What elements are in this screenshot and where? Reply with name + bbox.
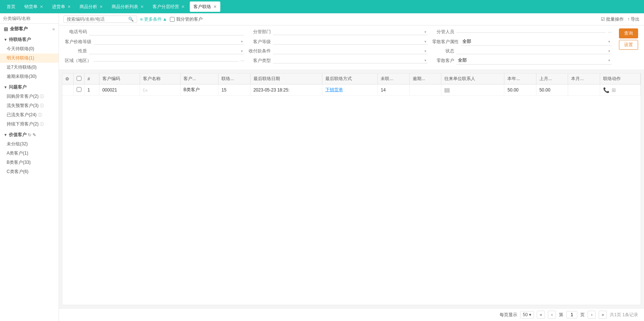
col-overdue[interactable]: 逾期... [409, 73, 441, 84]
customer-grade-select[interactable]: ▾ [273, 39, 428, 45]
last-method-link[interactable]: 下销货单 [325, 87, 343, 92]
dept-label: 分管部门 [249, 29, 271, 35]
sidebar-group-problem-title[interactable]: ▼ 问题客户 [0, 83, 59, 92]
checkbox-icon: ☑ [601, 17, 605, 22]
call-icon[interactable]: 📞 [603, 87, 609, 93]
close-customer-segment-icon[interactable]: ✕ [181, 4, 185, 9]
sidebar-item-b-class[interactable]: B类客户(33) [0, 158, 59, 167]
row-name[interactable]: Ea [140, 84, 180, 96]
sidebar-group-value: ▼ 价值客户 ↻ ✎ 未分组(32) A类客户(1) B类客户(33) C类客户… [0, 130, 59, 177]
nature-select[interactable]: ▾ [89, 48, 244, 54]
customer-type-select[interactable]: ▾ [273, 58, 428, 63]
col-last-date[interactable]: 最后联络日期 [250, 73, 322, 84]
status-select[interactable]: ▾ [456, 48, 612, 54]
phone-input[interactable] [89, 28, 244, 35]
nav-product-analysis-list[interactable]: 商品分析列表 ✕ [108, 1, 147, 12]
sidebar-item-churn-warning[interactable]: 流失预警客户(3) ⓘ [0, 101, 59, 110]
dept-select[interactable]: ▾ [273, 29, 428, 35]
last-page-btn[interactable]: » [599, 311, 607, 319]
col-name[interactable]: 客户名称 [140, 73, 180, 84]
search-input[interactable] [67, 17, 128, 22]
page-size-select[interactable]: 50 ▾ [520, 311, 534, 318]
retail-attr-select[interactable]: 全部 ▾ [461, 38, 612, 46]
filter-bar: 🔍 ≡ 更多条件 ▲ 我分管的客户 ☑ 批量操作 ↑ 导出 [59, 13, 644, 25]
masked-unit-contact: ██ [444, 88, 449, 92]
col-code[interactable]: 客户编码 [99, 73, 140, 84]
collapse-sidebar-icon[interactable]: « [52, 27, 55, 32]
close-customer-contact-icon[interactable]: ✕ [213, 4, 217, 9]
person-dots-icon[interactable]: ··· [608, 30, 612, 35]
export-btn[interactable]: ↑ 导出 [627, 16, 640, 23]
sidebar-item-tomorrow[interactable]: 明天待联络(1) [0, 54, 59, 63]
close-purchase-icon[interactable]: ✕ [67, 4, 71, 9]
col-type[interactable]: 客户... [180, 73, 218, 84]
settings-button[interactable]: 设置 [619, 40, 638, 50]
sidebar-item-ungrouped[interactable]: 未分组(32) [0, 139, 59, 149]
nav-purchase[interactable]: 进货单 ✕ [48, 1, 74, 12]
next-page-btn[interactable]: › [588, 311, 596, 319]
nav-customer-contact[interactable]: 客户联络 ✕ [190, 1, 220, 12]
payment-select[interactable]: ▾ [273, 48, 428, 54]
page-unit: 页 [580, 312, 585, 318]
sidebar-group-pending-title[interactable]: ▼ 待联络客户 [0, 35, 59, 44]
nav-sales[interactable]: 销货单 ✕ [21, 1, 47, 12]
query-button[interactable]: 查询 [619, 28, 638, 38]
filter-row-1: 电话号码 分管部门 ▾ 分管人员 [65, 28, 612, 35]
more-action-icon[interactable]: ⊞ [612, 87, 616, 93]
filter-cell-retail-customer: 零散客户 全部 ▾ [432, 56, 612, 65]
nav-home[interactable]: 首页 [3, 1, 19, 12]
all-customers-item[interactable]: ⊞ 全部客户 « [0, 24, 59, 34]
col-last-month[interactable]: 上月... [536, 73, 568, 84]
close-sales-icon[interactable]: ✕ [40, 4, 43, 9]
sidebar-item-declining[interactable]: 持续下滑客户(2) ⓘ [0, 120, 59, 129]
price-grade-select[interactable]: ▾ [94, 39, 244, 45]
sidebar-item-7days[interactable]: 近7天待联络(0) [0, 63, 59, 72]
row-last-method[interactable]: 下销货单 [322, 84, 378, 96]
col-this-year[interactable]: 本年... [504, 73, 536, 84]
prev-page-btn[interactable]: ‹ [548, 311, 556, 319]
sidebar-item-a-class[interactable]: A类客户(1) [0, 149, 59, 158]
sidebar-search-input[interactable] [3, 16, 58, 21]
nav-customer-segment[interactable]: 客户分层经营 ✕ [149, 1, 188, 12]
col-contacts[interactable]: 联络... [218, 73, 250, 84]
col-last-method[interactable]: 最后联络方式 [322, 73, 378, 84]
retail-attr-chevron-icon: ▾ [608, 39, 610, 44]
sidebar-group-value-title[interactable]: ▼ 价值客户 ↻ ✎ [0, 130, 59, 139]
first-page-btn[interactable]: « [537, 311, 545, 319]
col-this-month[interactable]: 本月... [568, 73, 600, 84]
nav-product-analysis[interactable]: 商品分析 ✕ [76, 1, 106, 12]
page-input[interactable] [566, 311, 577, 318]
retail-customer-select[interactable]: 全部 ▾ [456, 56, 612, 65]
pagination: 每页显示 50 ▾ « ‹ 第 页 › » 共1页 1条记录 [59, 308, 644, 321]
col-unit-contact[interactable]: 往来单位联系人 [441, 73, 504, 84]
region-dots-icon[interactable]: ··· [241, 58, 244, 63]
col-gear[interactable]: ⚙ [62, 73, 73, 84]
more-conditions-btn[interactable]: ≡ 更多条件 ▲ [140, 16, 167, 23]
customer-table-wrapper: ⚙ # 客户编码 客户名称 客户... [62, 73, 641, 305]
row-code[interactable]: 000021 [99, 84, 140, 96]
sidebar-item-c-class[interactable]: C类客户(6) [0, 167, 59, 176]
sidebar-item-repurchase-abnormal[interactable]: 回购异常客户(2) ⓘ [0, 92, 59, 101]
sidebar-item-today[interactable]: 今天待联络(0) [0, 44, 59, 54]
row-action-cell: 📞 ⊞ [600, 84, 640, 96]
sidebar-item-churned[interactable]: 已流失客户(24) ⓘ [0, 110, 59, 120]
close-product-analysis-icon[interactable]: ✕ [99, 4, 103, 9]
my-customers-checkbox[interactable] [170, 17, 175, 22]
row-last-date: 2023-05-23 18:25: [250, 84, 322, 96]
arrow-icon-3: ▼ [4, 133, 7, 137]
filter-cell-dept: 分管部门 ▾ [249, 29, 428, 35]
retail-customer-label: 零散客户 [432, 58, 454, 64]
col-checkbox[interactable] [73, 73, 84, 84]
select-all-checkbox[interactable] [77, 76, 81, 81]
edit-icon[interactable]: ✎ [32, 132, 36, 138]
status-label: 状态 [432, 48, 454, 54]
row-checkbox-cell[interactable] [73, 84, 84, 96]
refresh-icon[interactable]: ↻ [28, 132, 31, 138]
close-product-analysis-list-icon[interactable]: ✕ [140, 4, 144, 9]
col-uncontacted[interactable]: 未联... [378, 73, 409, 84]
table-row: 1 000021 Ea B类客户 15 2023-05-23 18:25: 下销… [62, 84, 641, 96]
batch-op-btn[interactable]: ☑ 批量操作 [601, 16, 624, 23]
sidebar-search-area: 🔍 [0, 13, 59, 24]
row-checkbox[interactable] [77, 87, 81, 92]
sidebar-item-overdue[interactable]: 逾期未联络(30) [0, 72, 59, 81]
